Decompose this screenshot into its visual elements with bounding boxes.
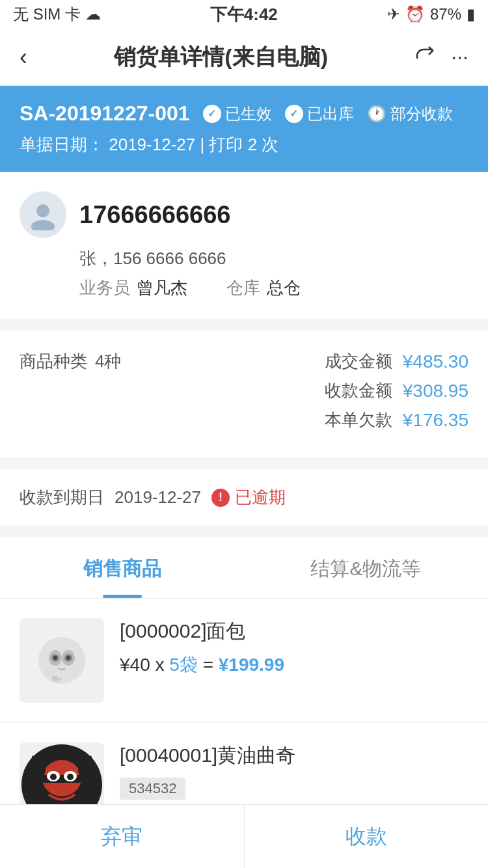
product-type-label: 商品种类: [20, 350, 87, 373]
received-amount-label: 收款金额: [325, 379, 392, 402]
customer-top: 17666666666: [20, 191, 468, 238]
tab-sales-products[interactable]: 销售商品: [0, 537, 244, 598]
share-icon[interactable]: [414, 44, 435, 70]
order-header: SA-20191227-001 ✓ 已生效 ✓ 已出库 🕐 部分收款 单据日期：…: [0, 86, 488, 172]
order-date-row: 单据日期： 2019-12-27 | 打印 2 次: [20, 133, 468, 156]
customer-sub: 张，156 6666 6666: [79, 247, 468, 270]
status-right: ✈ ⏰ 87% ▮: [387, 5, 475, 23]
salesperson-value: 曾凡杰: [137, 277, 187, 299]
order-number: SA-20191227-001: [20, 102, 190, 126]
tabs-section: 销售商品 结算&物流等: [0, 537, 488, 599]
sim-status: 无 SIM 卡 ☁: [13, 4, 101, 25]
equals-1: =: [203, 655, 219, 675]
product-name-2: [00040001]黄油曲奇: [120, 742, 468, 769]
tab-settlement-logistics[interactable]: 结算&物流等: [244, 537, 488, 598]
due-date-label: 收款到期日: [20, 486, 104, 509]
price-base-1: ¥40: [120, 655, 150, 675]
avatar: [20, 191, 66, 238]
salesperson-label: 业务员: [79, 277, 130, 299]
check-icon-effective: ✓: [203, 105, 221, 123]
received-amount-value: ¥308.95: [403, 381, 468, 401]
order-header-top: SA-20191227-001 ✓ 已生效 ✓ 已出库 🕐 部分收款: [20, 102, 468, 126]
customer-section: 17666666666 张，156 6666 6666 业务员 曾凡杰 仓库 总…: [0, 172, 488, 319]
more-icon[interactable]: ···: [451, 45, 468, 69]
salesperson-info: 业务员 曾凡杰: [79, 277, 187, 299]
svg-point-7: [53, 656, 57, 660]
summary-section: 商品种类 4种 成交金额 ¥485.30 收款金额 ¥308.95 本单欠款 ¥…: [0, 331, 488, 457]
nav-actions: ···: [414, 44, 468, 70]
status-effective: ✓ 已生效: [203, 103, 272, 124]
product-type-value: 4种: [95, 350, 121, 373]
svg-point-15: [50, 774, 57, 780]
svg-point-0: [36, 204, 49, 217]
status-shipped: ✓ 已出库: [285, 103, 354, 124]
debt-amount-row: 本单欠款 ¥176.35: [325, 409, 468, 431]
deal-amount-row: 成交金额 ¥485.30: [325, 350, 468, 373]
customer-info-row: 业务员 曾凡杰 仓库 总仓: [79, 277, 468, 299]
battery-level: 87%: [430, 5, 461, 23]
status-partial: 🕐 部分收款: [367, 103, 453, 124]
clock-icon: 🕐: [367, 105, 386, 123]
status-bar: 无 SIM 卡 ☁ 下午4:42 ✈ ⏰ 87% ▮: [0, 0, 488, 29]
warehouse-value: 总仓: [267, 277, 301, 299]
confirm-button[interactable]: 收款: [245, 805, 489, 868]
overdue-text: 已逾期: [235, 486, 286, 509]
svg-point-1: [31, 220, 55, 230]
status-time: 下午4:42: [210, 3, 278, 26]
due-date-section: 收款到期日 2019-12-27 ! 已逾期: [0, 469, 488, 526]
qty-1: 5袋: [169, 655, 198, 675]
svg-text:鸮+: 鸮+: [52, 675, 62, 683]
summary-left: 商品种类 4种: [20, 350, 121, 377]
svg-point-16: [67, 774, 74, 780]
debt-value: ¥176.35: [403, 410, 468, 431]
overdue-badge: ! 已逾期: [211, 486, 286, 509]
product-info-1: [0000002]面包 ¥40 x 5袋 = ¥199.99: [120, 618, 468, 677]
page-title: 销货单详情(来自电脑): [114, 42, 328, 72]
cancel-button[interactable]: 弃审: [0, 805, 245, 868]
product-name-1: [0000002]面包: [120, 618, 468, 645]
product-thumbnail-1: 鸮+: [20, 618, 104, 703]
customer-name: 17666666666: [79, 201, 230, 229]
due-date-value: 2019-12-27: [115, 487, 201, 508]
deal-amount-label: 成交金额: [325, 350, 392, 373]
bottom-toolbar: 弃审 收款: [0, 804, 488, 868]
product-sku-2: 534532: [120, 778, 185, 800]
svg-point-8: [66, 656, 70, 660]
product-item: 鸮+ [0000002]面包 ¥40 x 5袋 = ¥199.99: [0, 599, 488, 723]
product-type-row: 商品种类 4种: [20, 350, 121, 373]
total-1: ¥199.99: [219, 655, 284, 675]
deal-amount-value: ¥485.30: [403, 351, 468, 372]
back-button[interactable]: ‹: [20, 44, 27, 71]
check-icon-shipped: ✓: [285, 105, 303, 123]
location-icon: ✈: [387, 5, 400, 23]
nav-bar: ‹ 销货单详情(来自电脑) ···: [0, 29, 488, 86]
overdue-icon: !: [211, 489, 230, 507]
summary-right: 成交金额 ¥485.30 收款金额 ¥308.95 本单欠款 ¥176.35: [325, 350, 468, 438]
warehouse-info: 仓库 总仓: [226, 277, 301, 299]
product-price-1: ¥40 x 5袋 = ¥199.99: [120, 653, 468, 677]
alarm-icon: ⏰: [405, 5, 425, 23]
battery-icon: ▮: [467, 5, 475, 23]
status-left: 无 SIM 卡 ☁: [13, 4, 101, 25]
price-x-1: x: [156, 655, 170, 675]
debt-label: 本单欠款: [325, 409, 392, 431]
received-amount-row: 收款金额 ¥308.95: [325, 379, 468, 402]
warehouse-label: 仓库: [226, 277, 260, 299]
